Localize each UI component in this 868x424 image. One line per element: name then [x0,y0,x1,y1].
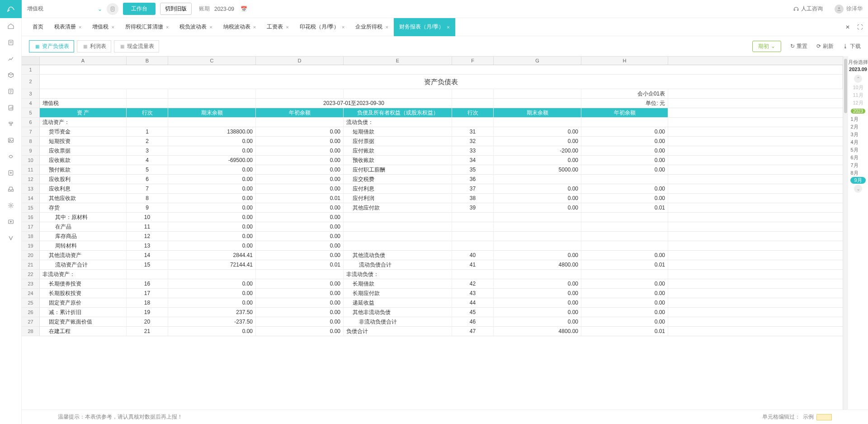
tab-印花税（月/季）[interactable]: 印花税（月/季）× [294,18,350,36]
month-option[interactable]: 10月 [853,84,863,91]
cell[interactable]: 非流动资产： [40,270,127,279]
month-option[interactable]: 5月 [850,146,865,154]
cell[interactable] [168,270,256,279]
cell[interactable]: 0.00 [581,165,668,174]
cell[interactable]: 0.00 [168,327,256,336]
cell[interactable]: 递延收益 [344,298,452,307]
cell[interactable] [344,241,452,250]
cell[interactable]: 0.00 [256,175,344,184]
cell[interactable]: 0.00 [581,298,668,307]
row-number[interactable]: 28 [22,327,40,336]
cell[interactable] [581,232,668,241]
tab-纳税波动表[interactable]: 纳税波动表× [218,18,261,36]
cell[interactable]: 20 [127,317,168,326]
cell[interactable]: 3 [127,146,168,155]
cell[interactable]: 0.00 [494,156,581,165]
cell[interactable] [494,241,581,250]
row-number[interactable]: 6 [22,118,40,127]
cell[interactable]: 长期应付款 [344,289,452,298]
row-number[interactable]: 21 [22,260,40,269]
cell[interactable]: 0.00 [494,289,581,298]
cell[interactable]: 0.00 [256,213,344,222]
cell[interactable]: 固定资产原价 [40,298,127,307]
cell[interactable]: 138800.00 [168,127,256,136]
cell[interactable] [581,270,668,279]
cell[interactable] [494,222,581,231]
nav-wash-icon[interactable] [0,148,22,165]
user-area[interactable]: 徐泽华 [835,5,863,14]
cell[interactable]: 0.00 [581,146,668,155]
cell[interactable]: 44 [452,298,494,307]
cell[interactable] [452,222,494,231]
cell[interactable] [494,232,581,241]
workbench-button[interactable]: 工作台 [123,3,156,15]
row-number[interactable]: 3 [22,89,40,98]
cell[interactable]: 在建工程 [40,327,127,336]
cell[interactable] [581,213,668,222]
close-icon[interactable]: × [286,24,288,30]
cell[interactable] [581,241,668,250]
cell[interactable]: 长期股权投资 [40,289,127,298]
subtab-现金流量表[interactable]: ▦现金流量表 [114,40,159,52]
cell[interactable]: 固定资产账面价值 [40,317,127,326]
tab-财务报表（月/季）[interactable]: 财务报表（月/季）× [394,18,455,36]
cell[interactable] [344,222,452,231]
nav-image-icon[interactable] [0,132,22,148]
cell[interactable]: 其中：原材料 [40,213,127,222]
cell[interactable]: 15 [127,260,168,269]
cell[interactable]: 长期债券投资 [40,279,127,288]
row-number[interactable]: 25 [22,298,40,307]
cell[interactable]: 0.00 [168,241,256,250]
tab-税表清册[interactable]: 税表清册× [49,18,87,36]
cell[interactable]: 0.00 [494,137,581,146]
cell[interactable]: 0.00 [581,156,668,165]
cell[interactable]: -237.50 [168,317,256,326]
month-option[interactable]: 1月 [850,115,865,123]
cell[interactable]: 0.00 [256,184,344,193]
cell[interactable]: 应付利息 [344,184,452,193]
cell[interactable]: 0.00 [168,298,256,307]
cell[interactable]: 5000.00 [494,165,581,174]
cell[interactable]: 2844.41 [168,251,256,260]
nav-inbox-icon[interactable] [0,181,22,197]
cell[interactable] [127,118,168,127]
cell[interactable]: 19 [127,308,168,317]
cell[interactable] [127,270,168,279]
cell[interactable]: 0.00 [494,298,581,307]
close-icon[interactable]: × [111,24,114,30]
cell[interactable]: 0.00 [168,146,256,155]
cell[interactable] [452,118,494,127]
cell[interactable]: 0.00 [256,137,344,146]
nav-v-icon[interactable] [0,230,22,246]
cell[interactable]: 39 [452,203,494,212]
cell[interactable]: 0.00 [494,184,581,193]
refresh-button[interactable]: ⟳ 刷新 [816,43,834,50]
cell[interactable]: 21 [127,327,168,336]
subtab-利润表[interactable]: ▦利润表 [77,40,111,52]
cell[interactable]: 0.00 [581,317,668,326]
cell[interactable] [168,118,256,127]
cell[interactable]: 应收票据 [40,146,127,155]
nav-doc-icon[interactable] [0,83,22,100]
month-option[interactable]: 11月 [853,91,863,99]
cell[interactable]: 0.00 [256,222,344,231]
nav-export-icon[interactable] [0,165,22,181]
cell[interactable]: 0.00 [581,279,668,288]
cell[interactable]: 其他应收款 [40,194,127,203]
company-select[interactable]: 增值税 ⌄ [27,5,102,13]
col-header[interactable]: D [256,57,344,65]
tab-首页[interactable]: 首页 [27,18,49,36]
col-header[interactable]: A [40,57,127,65]
month-option[interactable]: 7月 [850,162,865,169]
cell[interactable]: 0.00 [494,308,581,317]
cell[interactable]: 0.00 [256,289,344,298]
nav-home-icon[interactable] [0,18,22,34]
cell[interactable]: 非流动负债： [344,270,452,279]
cell[interactable]: 0.00 [168,232,256,241]
cell[interactable]: 9 [127,203,168,212]
cell[interactable]: 11 [127,222,168,231]
row-number[interactable]: 7 [22,127,40,136]
cell[interactable]: 0.01 [581,203,668,212]
cell[interactable]: 0.00 [494,279,581,288]
row-number[interactable]: 17 [22,222,40,231]
